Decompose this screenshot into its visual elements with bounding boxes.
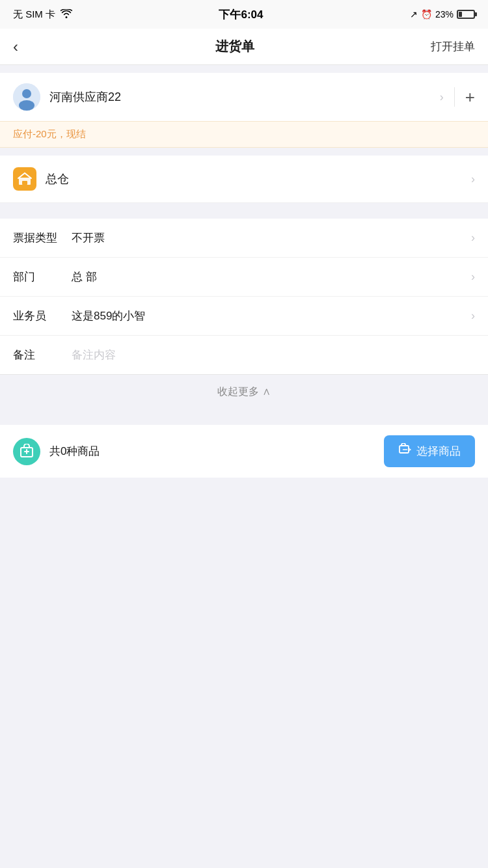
warehouse-icon (13, 167, 36, 191)
remark-row[interactable]: 备注 备注内容 (0, 336, 488, 374)
vertical-divider (454, 87, 455, 107)
remark-input[interactable]: 备注内容 (72, 347, 475, 362)
section-gap-4 (0, 409, 488, 417)
status-right: ↗ ⏰ 23% (410, 9, 475, 20)
carrier-label: 无 SIM 卡 (13, 8, 55, 21)
bottom-background (0, 478, 488, 673)
product-icon (13, 438, 40, 465)
salesperson-label: 业务员 (13, 308, 72, 323)
collapse-label: 收起更多 ∧ (217, 386, 270, 397)
svg-rect-4 (22, 181, 27, 185)
warehouse-section: 总仓 › (0, 156, 488, 203)
remark-label: 备注 (13, 347, 72, 362)
department-value: 总 部 (72, 269, 471, 284)
add-button[interactable]: + (465, 88, 475, 105)
invoice-type-row[interactable]: 票据类型 不开票 › (0, 219, 488, 258)
svg-point-2 (19, 100, 34, 111)
back-button[interactable]: ‹ (13, 38, 39, 56)
person-icon (13, 83, 40, 111)
department-chevron-icon: › (471, 270, 475, 284)
status-left: 无 SIM 卡 (13, 8, 72, 21)
battery-icon (457, 10, 475, 19)
section-gap-1 (0, 65, 488, 73)
supplier-row[interactable]: 河南供应商22 › + (0, 73, 488, 121)
supplier-section: 河南供应商22 › + 应付-20元，现结 (0, 73, 488, 148)
warehouse-chevron-icon: › (471, 172, 475, 186)
location-icon: ↗ (410, 9, 418, 20)
department-row[interactable]: 部门 总 部 › (0, 258, 488, 297)
product-bar: 共0种商品 选择商品 (0, 425, 488, 478)
invoice-type-label: 票据类型 (13, 230, 72, 245)
select-product-button[interactable]: 选择商品 (384, 435, 475, 467)
salesperson-row[interactable]: 业务员 这是859的小智 › (0, 297, 488, 336)
supplier-chevron-icon: › (440, 90, 444, 104)
alarm-icon: ⏰ (421, 9, 432, 20)
supplier-avatar (13, 83, 40, 111)
form-section: 票据类型 不开票 › 部门 总 部 › 业务员 这是859的小智 › 备注 备注… (0, 219, 488, 374)
status-bar: 无 SIM 卡 下午6:04 ↗ ⏰ 23% (0, 0, 488, 29)
notice-bar: 应付-20元，现结 (0, 121, 488, 148)
nav-bar: ‹ 进货单 打开挂单 (0, 29, 488, 65)
supplier-name: 河南供应商22 (49, 89, 440, 105)
department-label: 部门 (13, 269, 72, 284)
invoice-type-value: 不开票 (72, 230, 471, 245)
select-btn-label: 选择商品 (416, 444, 461, 459)
notice-text: 应付-20元，现结 (13, 128, 86, 139)
salesperson-value: 这是859的小智 (72, 308, 471, 323)
invoice-type-chevron-icon: › (471, 231, 475, 245)
product-count-label: 共0种商品 (49, 444, 384, 459)
open-pending-button[interactable]: 打开挂单 (431, 39, 475, 54)
salesperson-chevron-icon: › (471, 309, 475, 323)
battery-percent: 23% (435, 9, 454, 20)
wifi-icon (61, 9, 72, 20)
warehouse-row[interactable]: 总仓 › (0, 156, 488, 203)
warehouse-name: 总仓 (46, 171, 471, 187)
collapse-bar[interactable]: 收起更多 ∧ (0, 374, 488, 409)
section-gap-2 (0, 148, 488, 156)
svg-point-1 (22, 89, 31, 98)
status-time: 下午6:04 (219, 7, 263, 22)
page-title: 进货单 (215, 38, 254, 55)
section-gap-3 (0, 203, 488, 211)
select-btn-icon (398, 443, 411, 459)
